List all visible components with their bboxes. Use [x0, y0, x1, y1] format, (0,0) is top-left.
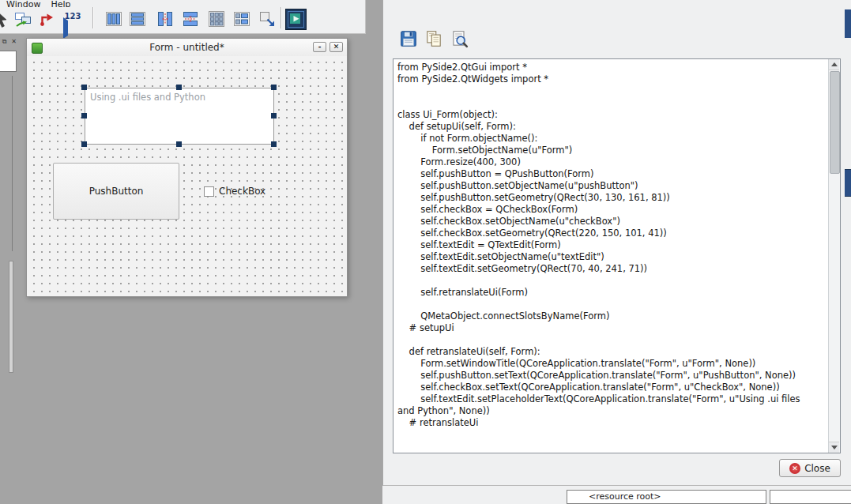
window-edge-fragment [845, 169, 851, 197]
pushbutton-widget[interactable]: PushButton [53, 163, 179, 220]
close-circle-icon: ✕ [789, 463, 800, 474]
layout-grid-icon[interactable] [207, 9, 226, 28]
find-icon[interactable] [450, 29, 469, 48]
form-window-titlebar[interactable]: Form - untitled* - ✕ [27, 39, 347, 57]
adjust-size-icon[interactable] [258, 9, 277, 28]
edit-tab-order-icon[interactable]: 123 [63, 9, 82, 28]
selection-handle[interactable] [81, 85, 87, 90]
form-minimize-button[interactable]: - [313, 42, 326, 52]
selection-handle[interactable] [271, 113, 277, 118]
background-gap [365, 0, 382, 34]
code-scrollbar[interactable] [828, 59, 840, 453]
textedit-placeholder: Using .ui files and Python [90, 92, 205, 103]
form-canvas[interactable]: Using .ui files and Python PushButton Ch… [27, 56, 347, 296]
resource-detail-panel [770, 490, 851, 504]
selection-handle[interactable] [271, 141, 277, 147]
menu-help[interactable]: Help [51, 0, 70, 7]
selection-handle[interactable] [81, 113, 87, 118]
menu-window[interactable]: Window [6, 0, 40, 7]
checkbox-indicator[interactable] [204, 186, 214, 197]
copy-icon[interactable] [424, 29, 443, 48]
form-window: Form - untitled* - ✕ Using .ui files and… [26, 38, 348, 297]
selection-handle[interactable] [81, 141, 87, 147]
menubar: Window Help [0, 0, 363, 7]
checkbox-label: CheckBox [219, 186, 265, 197]
scrollbar-thumb[interactable] [830, 71, 840, 174]
window-edge-fragment [845, 9, 851, 38]
textedit-widget[interactable]: Using .ui files and Python [85, 88, 274, 145]
preview-icon[interactable] [285, 9, 307, 30]
layout-horizontal-splitter-icon[interactable] [156, 9, 175, 28]
tab-order-arrow-icon [63, 17, 68, 39]
selection-handle[interactable] [271, 85, 277, 90]
panel-close-icon[interactable]: ✕ [9, 37, 18, 46]
toolbar-separator [92, 7, 93, 28]
panel-scrollbar-fragment[interactable] [9, 261, 13, 373]
qt-designer-screen: Window Help 123 [0, 0, 851, 504]
widgetbox-filter-fragment[interactable] [0, 51, 17, 72]
form-window-title: Form - untitled* [27, 42, 347, 53]
form-file-icon [32, 43, 43, 54]
selection-handle[interactable] [176, 141, 182, 147]
resource-browser-panel: <resource root> [567, 490, 766, 504]
edit-buddies-icon[interactable] [13, 9, 32, 28]
code-view[interactable]: from PySide2.QtGui import * from PySide2… [393, 58, 841, 453]
close-button-label: Close [804, 463, 830, 474]
panel-divider-fragment [12, 76, 13, 251]
layout-vertical-splitter-icon[interactable] [181, 9, 200, 28]
toolbar-separator [281, 7, 281, 28]
generated-python-code: from PySide2.QtGui import * from PySide2… [393, 59, 840, 431]
checkbox-widget[interactable]: CheckBox [204, 186, 265, 197]
save-icon[interactable] [399, 29, 418, 48]
selection-handle[interactable] [176, 85, 182, 90]
scroll-down-icon[interactable] [829, 442, 839, 453]
close-dialog-button[interactable]: ✕ Close [779, 459, 841, 477]
layout-form-icon[interactable] [232, 9, 251, 28]
layout-vertical-icon[interactable] [128, 9, 147, 28]
scroll-up-icon[interactable] [829, 59, 839, 70]
panel-float-icon[interactable]: ⧉ [0, 37, 9, 46]
layout-horizontal-icon[interactable] [104, 9, 123, 28]
view-python-code-dialog: from PySide2.QtGui import * from PySide2… [382, 0, 851, 486]
edit-widgets-icon[interactable] [0, 9, 10, 28]
form-close-button[interactable]: ✕ [329, 42, 343, 52]
edit-signals-slots-icon[interactable] [39, 9, 58, 28]
resource-root-item[interactable]: <resource root> [567, 491, 766, 503]
main-toolbar: Window Help 123 [0, 0, 366, 34]
